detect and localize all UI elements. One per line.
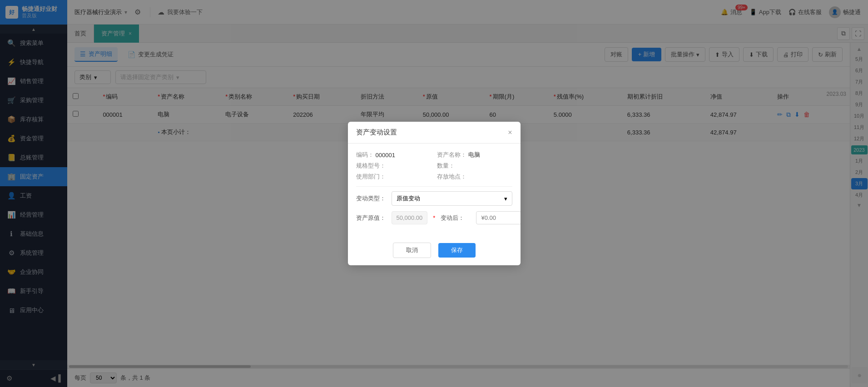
modal-code-value: 000001 xyxy=(376,152,395,159)
modal-quantity-row: 数量： xyxy=(437,162,512,170)
modal-info-grid: 编码： 000001 资产名称： 电脑 规格型号： 数量： 使用部门： xyxy=(356,151,512,181)
modal-location-row: 存放地点： xyxy=(437,173,512,181)
modal-body: 编码： 000001 资产名称： 电脑 规格型号： 数量： 使用部门： xyxy=(348,144,521,237)
modal-spec-row: 规格型号： xyxy=(356,162,432,170)
modal-header: 资产变动设置 × xyxy=(348,122,521,144)
modal-spec-label: 规格型号： xyxy=(356,162,386,170)
after-change-input[interactable] xyxy=(476,211,520,224)
modal-quantity-label: 数量： xyxy=(437,162,455,170)
change-type-chevron-icon: ▾ xyxy=(504,195,507,202)
modal-location-label: 存放地点： xyxy=(437,173,466,181)
modal-overlay: 资产变动设置 × 编码： 000001 资产名称： 电脑 规格型号： 数量： xyxy=(0,0,868,387)
modal-asset-name-row: 资产名称： 电脑 xyxy=(437,151,512,159)
modal-title: 资产变动设置 xyxy=(356,128,397,137)
modal-change-type-row: 变动类型： 原值变动 ▾ xyxy=(356,191,512,206)
change-type-value: 原值变动 xyxy=(397,194,420,203)
modal-asset-name-value: 电脑 xyxy=(468,151,480,159)
modal-footer: 取消 保存 xyxy=(348,237,521,265)
modal-original-value: 50,000.00 xyxy=(392,211,428,224)
required-mark: * xyxy=(433,214,435,221)
cancel-button[interactable]: 取消 xyxy=(393,243,431,258)
modal-dept-row: 使用部门： xyxy=(356,173,432,181)
asset-change-modal: 资产变动设置 × 编码： 000001 资产名称： 电脑 规格型号： 数量： xyxy=(348,122,521,265)
modal-divider xyxy=(356,186,512,187)
modal-asset-name-label: 资产名称： xyxy=(437,151,466,159)
modal-after-change-label: 变动后： xyxy=(441,214,472,222)
save-button[interactable]: 保存 xyxy=(438,243,476,258)
modal-dept-label: 使用部门： xyxy=(356,173,386,181)
modal-code-label: 编码： xyxy=(356,151,374,159)
modal-value-row: 资产原值： 50,000.00 * 变动后： xyxy=(356,211,512,224)
change-type-select[interactable]: 原值变动 ▾ xyxy=(392,191,512,206)
modal-change-type-label: 变动类型： xyxy=(356,194,388,203)
modal-original-value-label: 资产原值： xyxy=(356,214,388,222)
modal-close-button[interactable]: × xyxy=(508,129,512,137)
modal-code-row: 编码： 000001 xyxy=(356,151,432,159)
